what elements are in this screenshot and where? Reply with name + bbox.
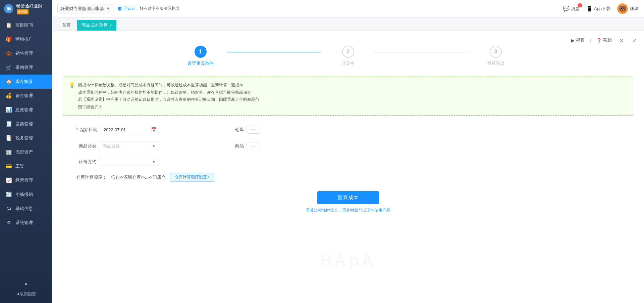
step-3-label: 重算完成 [487, 60, 504, 67]
message-icon: 💬 [563, 5, 570, 12]
expand-btn[interactable]: ⤢ [631, 36, 639, 44]
sidebar-item-purchase[interactable]: 🛒 采购管理 [0, 60, 52, 75]
recalc-btn[interactable]: 重算成本 [317, 191, 379, 204]
step-3: 3 重算完成 [469, 46, 523, 67]
sidebar-item-expense[interactable]: 🔄 小畅报销 [0, 187, 52, 202]
sidebar-item-project[interactable]: 📋 项目顾问 [0, 18, 52, 32]
topbar-right: 💬 消息 1 📱 App下载 🐻 珠珠 [563, 3, 639, 14]
base-icon: 🗂 [5, 206, 12, 211]
form-section: * 起始日期 2022-07-01 📅 仓库 ··· [76, 125, 620, 213]
tab-recalc[interactable]: 商品成本重算 × [77, 20, 116, 31]
tab-home[interactable]: 首页 [57, 20, 75, 31]
user-section: 🐻 珠珠 [617, 3, 639, 14]
system-icon: ⚙ [5, 220, 12, 226]
watermark: HApA [320, 251, 376, 269]
sidebar-item-operation[interactable]: 📈 经营管理 [0, 173, 52, 187]
calendar-icon[interactable]: 📅 [151, 127, 157, 132]
account-label: 好业财专业版演示帐套 [140, 6, 180, 11]
sidebar-item-invoice[interactable]: 🧾 发票管理 [0, 117, 52, 131]
info-box: 💡 因成本计算参数调整、或是对商品成本有疑问时，可以通过成本重算功能，重新计算一… [63, 77, 633, 116]
salary-icon: 💳 [5, 163, 12, 169]
warehouse-select-btn[interactable]: ··· [247, 126, 260, 134]
category-label: 商品分类 [76, 143, 96, 149]
price-method-label: 计价方式 [76, 159, 96, 165]
sidebar-item-marketing[interactable]: 🎁 营销推广 [0, 32, 52, 46]
price-method-select[interactable]: ▼ [99, 158, 159, 166]
logo-text: 畅捷通好业财 [16, 3, 42, 9]
phone-icon: 📱 [586, 6, 593, 12]
category-placeholder: 商品分类 [103, 143, 120, 149]
price-method-group: 计价方式 ▼ [76, 158, 210, 166]
page-wrapper: ▶ 视频 | ❓ 帮助 ✕ ⤢ 1 设置重算条件 [52, 31, 644, 303]
goods-label: 商品 [224, 143, 244, 149]
sidebar-item-finance[interactable]: 💰 资金管理 [0, 89, 52, 103]
goods-group: 商品 ··· [224, 142, 260, 150]
edition-badge: 专业版 [17, 9, 29, 14]
sales-icon: 💼 [5, 50, 12, 56]
scroll-up-btn[interactable]: ▲ [0, 279, 52, 288]
bulb-icon: 💡 [69, 82, 75, 111]
sidebar-item-assets[interactable]: 🏢 固定资产 [0, 145, 52, 159]
help-icon: ❓ [596, 38, 602, 43]
ledger-icon: 📊 [5, 107, 12, 113]
sidebar-item-tax[interactable]: 📑 税务管理 [0, 131, 52, 145]
inventory-icon: 🏠 [5, 79, 12, 85]
category-group: 商品分类 商品分类 ▼ [76, 141, 210, 151]
sidebar-item-base[interactable]: 🗂 基础信息 [0, 202, 52, 216]
cancel-fixed-btn[interactable]: ◄取消固定 [0, 288, 52, 300]
step-connector-1 [227, 52, 321, 52]
help-link[interactable]: ❓ 帮助 [596, 37, 612, 43]
shield-icon [117, 6, 122, 11]
sidebar-item-system[interactable]: ⚙ 系统管理 [0, 216, 52, 230]
start-date-group: * 起始日期 2022-07-01 📅 [76, 125, 210, 134]
form-row-1: * 起始日期 2022-07-01 📅 仓库 ··· [76, 125, 620, 134]
goods-select-btn[interactable]: ··· [247, 142, 260, 150]
start-date-input[interactable]: 2022-07-01 📅 [100, 125, 160, 134]
form-row-2: 商品分类 商品分类 ▼ 商品 ··· [76, 141, 620, 151]
video-icon: ▶ [571, 38, 575, 43]
tab-close-icon[interactable]: × [110, 23, 112, 27]
logo-icon: 畅 [4, 4, 13, 13]
sidebar-item-ledger[interactable]: 📊 总账管理 [0, 103, 52, 117]
content: ▶ 视频 | ❓ 帮助 ✕ ⤢ 1 设置重算条件 [52, 31, 644, 303]
sidebar-item-sales[interactable]: 💼 销售管理 [0, 46, 52, 60]
account-dropdown-icon: ▼ [106, 6, 110, 11]
verified-badge: 已认证 [117, 6, 136, 11]
sidebar-item-salary[interactable]: 💳 工资 [0, 159, 52, 173]
step-1-circle: 1 [195, 46, 207, 58]
avatar: 🐻 [617, 3, 628, 14]
message-btn[interactable]: 💬 消息 1 [563, 5, 580, 12]
sidebar-logo: 畅 畅捷通好业财 专业版 [0, 0, 52, 18]
operation-icon: 📈 [5, 177, 12, 183]
step-2-circle: 2 [342, 46, 354, 58]
recalc-section: 重算成本 重算过程耗时较长，重算时您可以正常使用产品 [76, 191, 620, 213]
step-1: 1 设置重算条件 [174, 46, 227, 67]
sidebar-nav: 📋 项目顾问 🎁 营销推广 💼 销售管理 🛒 采购管理 🏠 库存核算 💰 资金管… [0, 18, 52, 276]
step-2: 2 计算中 [321, 46, 375, 67]
stepper: 1 设置重算条件 2 计算中 3 重算完成 [63, 46, 633, 67]
category-dropdown-icon: ▼ [152, 144, 156, 148]
sidebar-item-inventory[interactable]: 🏠 库存核算 [0, 75, 52, 89]
form-row-3: 计价方式 ▼ [76, 158, 620, 166]
username[interactable]: 珠珠 [630, 6, 639, 12]
recalc-hint: 重算过程耗时较长，重算时您可以正常使用产品 [76, 208, 620, 213]
step-2-label: 计算中 [341, 60, 355, 67]
video-link[interactable]: ▶ 视频 [571, 37, 585, 43]
tax-icon: 📑 [5, 135, 12, 141]
step-connector-2 [375, 52, 469, 52]
assets-icon: 🏢 [5, 149, 12, 155]
category-select[interactable]: 商品分类 ▼ [99, 141, 159, 151]
warehouse-order-value: 总仓->深圳仓库->...->门店仓 [111, 174, 166, 180]
warehouse-order-settings-btn[interactable]: 仓库计算顺序设置 › [170, 173, 214, 182]
finance-icon: 💰 [5, 93, 12, 99]
sidebar: 畅 畅捷通好业财 专业版 📋 项目顾问 🎁 营销推广 💼 销售管理 🛒 采购管理 [0, 0, 52, 303]
step-3-circle: 3 [490, 46, 502, 58]
warehouse-group: 仓库 ··· [224, 126, 260, 134]
account-selector[interactable]: 好业财专业版演示帐套 ▼ [57, 4, 113, 13]
page-close-btn[interactable]: ✕ [617, 36, 625, 44]
app-download-btn[interactable]: 📱 App下载 [586, 6, 610, 12]
price-dropdown-icon: ▼ [152, 160, 156, 164]
tabbar: 首页 商品成本重算 × [52, 17, 644, 31]
start-date-value: 2022-07-01 [104, 127, 149, 132]
main-area: 好业财专业版演示帐套 ▼ 已认证 好业财专业版演示帐套 💬 消息 1 📱 App… [52, 0, 644, 303]
